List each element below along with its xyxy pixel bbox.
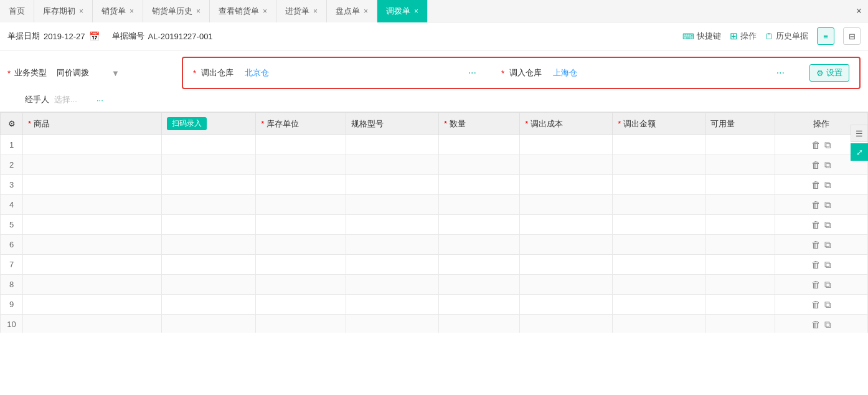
row-amount[interactable] (613, 175, 705, 195)
row-spec[interactable] (346, 155, 438, 175)
tab-inventory-init[interactable]: 库存期初 × (34, 0, 93, 22)
handler-input[interactable]: 选择... (54, 94, 92, 105)
row-cost[interactable] (520, 155, 613, 175)
business-type-dropdown-icon[interactable]: ▼ (111, 69, 120, 78)
row-goods[interactable] (23, 215, 162, 235)
row-spec[interactable] (346, 255, 438, 275)
delete-icon[interactable]: 🗑 (811, 319, 821, 330)
row-amount[interactable] (613, 135, 705, 155)
row-spec[interactable] (346, 135, 438, 155)
row-unit[interactable] (256, 195, 346, 215)
row-goods[interactable] (23, 315, 162, 333)
tab-transfer-order-close[interactable]: × (414, 7, 418, 16)
tab-purchase-order[interactable]: 进货单 × (276, 0, 327, 22)
delete-icon[interactable]: 🗑 (811, 199, 821, 210)
tab-home[interactable]: 首页 (0, 0, 34, 22)
row-qty[interactable] (438, 295, 519, 315)
tab-view-sales-close[interactable]: × (263, 7, 267, 16)
row-amount[interactable] (613, 215, 705, 235)
settings-button[interactable]: ⚙ 设置 (809, 64, 849, 82)
copy-icon[interactable]: ⧉ (824, 259, 831, 270)
copy-icon[interactable]: ⧉ (824, 319, 831, 330)
delete-icon[interactable]: 🗑 (811, 279, 821, 290)
handler-ellipsis[interactable]: ··· (97, 95, 103, 105)
row-cost[interactable] (520, 215, 613, 235)
row-amount[interactable] (613, 275, 705, 295)
delete-icon[interactable]: 🗑 (811, 159, 821, 170)
business-type-value[interactable]: 同价调拨 (57, 67, 106, 79)
copy-icon[interactable]: ⧉ (824, 279, 831, 290)
out-warehouse-value[interactable]: 北京仓 (245, 67, 269, 79)
row-cost[interactable] (520, 175, 613, 195)
row-qty[interactable] (438, 315, 519, 333)
row-cost[interactable] (520, 195, 613, 215)
copy-icon[interactable]: ⧉ (824, 199, 831, 211)
row-goods[interactable] (23, 255, 162, 275)
row-goods[interactable] (23, 195, 162, 215)
row-goods[interactable] (23, 155, 162, 175)
delete-icon[interactable]: 🗑 (811, 259, 821, 270)
row-cost[interactable] (520, 275, 613, 295)
delete-icon[interactable]: 🗑 (811, 219, 821, 230)
in-warehouse-value[interactable]: 上海仓 (553, 67, 577, 79)
tab-inventory-check-close[interactable]: × (364, 7, 368, 16)
row-unit[interactable] (256, 275, 346, 295)
row-cost[interactable] (520, 135, 613, 155)
out-warehouse-ellipsis[interactable]: ··· (468, 67, 476, 79)
tab-transfer-order[interactable]: 调拨单 × (377, 0, 428, 22)
row-qty[interactable] (438, 235, 519, 255)
tab-view-sales[interactable]: 查看销货单 × (210, 0, 276, 22)
tab-sales-order-close[interactable]: × (130, 7, 134, 16)
copy-icon[interactable]: ⧉ (824, 219, 831, 231)
tab-sales-history[interactable]: 销货单历史 × (143, 0, 210, 22)
row-spec[interactable] (346, 235, 438, 255)
row-qty[interactable] (438, 135, 519, 155)
row-spec[interactable] (346, 175, 438, 195)
row-cost[interactable] (520, 235, 613, 255)
row-spec[interactable] (346, 215, 438, 235)
operations-button[interactable]: ⊞ 操作 (730, 31, 757, 42)
delete-icon[interactable]: 🗑 (811, 299, 821, 310)
row-cost[interactable] (520, 315, 613, 333)
row-goods[interactable] (23, 235, 162, 255)
delete-icon[interactable]: 🗑 (811, 239, 821, 250)
copy-icon[interactable]: ⧉ (824, 299, 831, 310)
row-amount[interactable] (613, 155, 705, 175)
row-goods[interactable] (23, 175, 162, 195)
row-unit[interactable] (256, 135, 346, 155)
row-qty[interactable] (438, 255, 519, 275)
tab-purchase-order-close[interactable]: × (313, 7, 318, 16)
copy-icon[interactable]: ⧉ (824, 239, 831, 250)
row-cost[interactable] (520, 295, 613, 315)
row-spec[interactable] (346, 195, 438, 215)
list-view-button[interactable]: ≡ (817, 27, 834, 45)
copy-icon[interactable]: ⧉ (824, 179, 831, 191)
row-spec[interactable] (346, 315, 438, 333)
calendar-icon[interactable]: 📅 (89, 31, 100, 41)
row-qty[interactable] (438, 275, 519, 295)
row-amount[interactable] (613, 255, 705, 275)
col-gear[interactable]: ⚙ (1, 113, 23, 135)
row-unit[interactable] (256, 255, 346, 275)
row-spec[interactable] (346, 295, 438, 315)
row-unit[interactable] (256, 295, 346, 315)
row-amount[interactable] (613, 235, 705, 255)
shortcuts-button[interactable]: ⌨ 快捷键 (682, 31, 721, 42)
row-qty[interactable] (438, 215, 519, 235)
row-amount[interactable] (613, 295, 705, 315)
history-button[interactable]: 🗒 历史单据 (765, 31, 808, 42)
delete-icon[interactable]: 🗑 (811, 179, 821, 190)
grid-view-button[interactable]: ⊟ (843, 27, 861, 45)
copy-icon[interactable]: ⧉ (824, 159, 831, 171)
row-amount[interactable] (613, 315, 705, 333)
in-warehouse-ellipsis[interactable]: ··· (776, 67, 785, 79)
delete-icon[interactable]: 🗑 (811, 140, 821, 150)
row-unit[interactable] (256, 155, 346, 175)
tab-inventory-init-close[interactable]: × (79, 7, 83, 16)
row-spec[interactable] (346, 275, 438, 295)
row-unit[interactable] (256, 315, 346, 333)
row-amount[interactable] (613, 195, 705, 215)
row-qty[interactable] (438, 195, 519, 215)
right-panel-expand-button[interactable]: ⤢ (851, 143, 868, 161)
right-panel-list-button[interactable]: ☰ (851, 125, 868, 142)
